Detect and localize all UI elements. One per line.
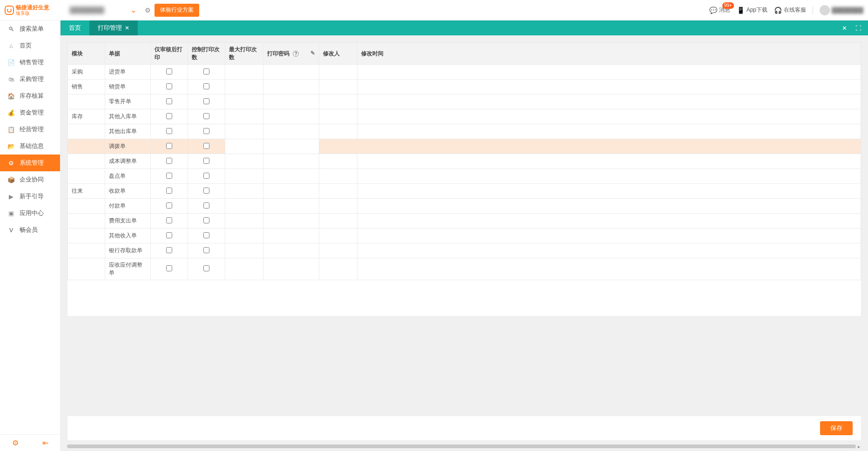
sidebar-item-guide[interactable]: 新手引导 bbox=[0, 188, 60, 205]
purchase-icon bbox=[7, 76, 15, 83]
cell-max[interactable] bbox=[225, 258, 263, 280]
collapse-icon[interactable]: ⇤ bbox=[42, 438, 48, 447]
audit-checkbox[interactable] bbox=[166, 232, 172, 238]
cell-modtime bbox=[357, 80, 861, 94]
tenant-switcher[interactable]: ████████ ⌄ ⚙ bbox=[70, 6, 155, 14]
print-settings-panel: 模块 单据 仅审核后打印 控制打印次数 最大打印次数 打印密码 ? ✎ 修改人 bbox=[67, 42, 861, 316]
audit-checkbox[interactable] bbox=[166, 68, 172, 74]
cell-max[interactable] bbox=[225, 199, 263, 214]
cell-pwd[interactable] bbox=[263, 214, 319, 229]
sidebar-item-sales[interactable]: 销售管理 bbox=[0, 54, 60, 71]
close-icon[interactable]: ✕ bbox=[125, 25, 129, 31]
sidebar-item-fund[interactable]: 资金管理 bbox=[0, 104, 60, 121]
audit-checkbox[interactable] bbox=[166, 98, 172, 104]
sidebar-item-system[interactable]: 系统管理 bbox=[0, 155, 60, 171]
cell-limit bbox=[188, 124, 225, 139]
limit-checkbox[interactable] bbox=[203, 68, 209, 74]
sales-icon bbox=[7, 59, 15, 66]
cell-max[interactable] bbox=[225, 139, 263, 154]
audit-checkbox[interactable] bbox=[166, 217, 172, 223]
edit-icon[interactable]: ✎ bbox=[310, 50, 315, 56]
cell-pwd[interactable] bbox=[263, 154, 319, 169]
tab-home[interactable]: 首页 bbox=[61, 20, 89, 35]
cell-pwd[interactable] bbox=[263, 109, 319, 124]
sidebar-item-coop[interactable]: 企业协同 bbox=[0, 171, 60, 188]
limit-checkbox[interactable] bbox=[203, 98, 209, 104]
sidebar-item-apps[interactable]: 应用中心 bbox=[0, 205, 60, 222]
help-icon[interactable]: ? bbox=[293, 51, 299, 57]
audit-checkbox[interactable] bbox=[166, 158, 172, 164]
cell-max[interactable] bbox=[225, 80, 263, 94]
cell-pwd[interactable] bbox=[263, 229, 319, 243]
table-row: 其他出库单 bbox=[68, 124, 861, 139]
cell-pwd[interactable] bbox=[263, 258, 319, 280]
audit-checkbox[interactable] bbox=[166, 83, 172, 89]
audit-checkbox[interactable] bbox=[166, 188, 172, 194]
scroll-thumb[interactable] bbox=[67, 444, 856, 448]
industry-cta-button[interactable]: 体验行业方案 bbox=[155, 4, 199, 17]
audit-checkbox[interactable] bbox=[166, 143, 172, 149]
cell-pwd[interactable] bbox=[263, 94, 319, 109]
cell-max[interactable] bbox=[225, 229, 263, 243]
limit-checkbox[interactable] bbox=[203, 188, 209, 194]
settings-icon[interactable]: ⚙ bbox=[12, 438, 19, 447]
save-button[interactable]: 保存 bbox=[820, 421, 853, 435]
tab-print-manage[interactable]: 打印管理 ✕ bbox=[89, 20, 138, 35]
brand-logo[interactable]: 畅捷通好生意 臻享版 bbox=[5, 5, 65, 16]
sidebar-item-purchase[interactable]: 采购管理 bbox=[0, 71, 60, 88]
limit-checkbox[interactable] bbox=[203, 217, 209, 223]
horizontal-scrollbar[interactable]: ▸ bbox=[67, 444, 861, 449]
cell-max[interactable] bbox=[225, 214, 263, 229]
cell-pwd[interactable] bbox=[263, 139, 319, 154]
cell-max[interactable] bbox=[225, 184, 263, 199]
limit-checkbox[interactable] bbox=[203, 128, 209, 134]
sidebar-item-report[interactable]: 经营管理 bbox=[0, 121, 60, 138]
topbar-service[interactable]: 在线客服 bbox=[774, 6, 806, 14]
cell-limit bbox=[188, 65, 225, 80]
limit-checkbox[interactable] bbox=[203, 247, 209, 253]
cell-max[interactable] bbox=[225, 124, 263, 139]
cell-pwd[interactable] bbox=[263, 124, 319, 139]
sidebar-item-vip[interactable]: 畅会员 bbox=[0, 222, 60, 238]
limit-checkbox[interactable] bbox=[203, 158, 209, 164]
topbar-messages[interactable]: 消息 99+ bbox=[709, 6, 730, 14]
cell-pwd[interactable] bbox=[263, 199, 319, 214]
limit-checkbox[interactable] bbox=[203, 113, 209, 119]
audit-checkbox[interactable] bbox=[166, 247, 172, 253]
audit-checkbox[interactable] bbox=[166, 202, 172, 209]
scroll-right-icon[interactable]: ▸ bbox=[856, 444, 861, 449]
topbar-user[interactable]: ████████ bbox=[820, 5, 863, 15]
audit-checkbox[interactable] bbox=[166, 173, 172, 179]
audit-checkbox[interactable] bbox=[166, 265, 172, 271]
limit-checkbox[interactable] bbox=[203, 265, 209, 271]
cell-max[interactable] bbox=[225, 169, 263, 184]
sidebar-item-home[interactable]: 首页 bbox=[0, 37, 60, 54]
audit-checkbox[interactable] bbox=[166, 113, 172, 119]
limit-checkbox[interactable] bbox=[203, 232, 209, 238]
fund-icon bbox=[7, 109, 15, 116]
audit-checkbox[interactable] bbox=[166, 128, 172, 134]
cell-pwd[interactable] bbox=[263, 243, 319, 258]
cell-pwd[interactable] bbox=[263, 65, 319, 80]
footer-bar: 保存 bbox=[67, 416, 861, 441]
topbar-download[interactable]: App下载 bbox=[737, 6, 767, 14]
cell-max[interactable] bbox=[225, 65, 263, 80]
cell-max[interactable] bbox=[225, 243, 263, 258]
sidebar-item-search[interactable]: 搜索菜单 bbox=[0, 20, 60, 37]
cell-audit bbox=[151, 243, 188, 258]
limit-checkbox[interactable] bbox=[203, 83, 209, 89]
close-all-tabs-icon[interactable]: ✕ bbox=[839, 23, 849, 33]
cell-max[interactable] bbox=[225, 154, 263, 169]
sidebar-item-stock[interactable]: 库存核算 bbox=[0, 88, 60, 104]
cell-max[interactable] bbox=[225, 94, 263, 109]
cell-pwd[interactable] bbox=[263, 184, 319, 199]
fullscreen-icon[interactable]: ⛶ bbox=[853, 23, 863, 33]
cell-max[interactable] bbox=[225, 109, 263, 124]
gear-icon[interactable]: ⚙ bbox=[145, 7, 151, 14]
cell-pwd[interactable] bbox=[263, 80, 319, 94]
limit-checkbox[interactable] bbox=[203, 173, 209, 179]
cell-pwd[interactable] bbox=[263, 169, 319, 184]
sidebar-item-base[interactable]: 基础信息 bbox=[0, 138, 60, 155]
limit-checkbox[interactable] bbox=[203, 202, 209, 209]
limit-checkbox[interactable] bbox=[203, 143, 209, 149]
